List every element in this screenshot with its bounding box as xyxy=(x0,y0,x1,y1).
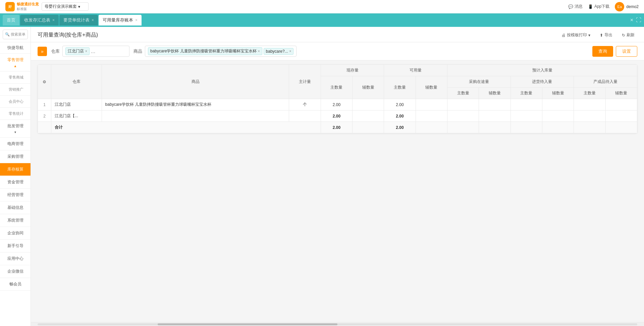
product-tag-2: babycare?... × xyxy=(264,48,294,55)
top-bar-right: 💬 消息 📱 App下载 Ea demo2 xyxy=(568,2,639,11)
refresh-icon: ↻ xyxy=(622,33,625,38)
page-title: 可用量查询(按仓库+商品) xyxy=(38,32,98,39)
sidebar-item-ecommerce[interactable]: 电商管理 xyxy=(0,138,31,150)
warehouse-filter-input[interactable]: 江北门店 × ... xyxy=(62,46,129,57)
row-warehouse-1: 江北门店 xyxy=(51,99,102,110)
tab-close-receive-send[interactable]: × xyxy=(52,18,55,22)
retail-shop-label: 零售商城 xyxy=(9,75,23,80)
row-transit-aux-1 xyxy=(479,99,511,110)
th-transit-main: 主数量 xyxy=(447,88,479,99)
th-settings[interactable]: ⚙ xyxy=(38,65,51,99)
sidebar-item-finance[interactable]: 资金管理 xyxy=(0,176,31,189)
tab-receive-send[interactable]: 收发存汇总表 × xyxy=(20,15,59,26)
row-arriving-main-1 xyxy=(511,99,542,110)
tab-close-available-stock[interactable]: × xyxy=(135,18,138,22)
logo-area: 好 畅捷通好生意 标准版 xyxy=(5,2,39,11)
refresh-button[interactable]: ↻ 刷新 xyxy=(619,31,637,39)
warehouse-more-button[interactable]: ... xyxy=(91,48,95,54)
chevron-down-icon: ▾ xyxy=(78,4,80,9)
sidebar-item-retail-shop[interactable]: 零售商城 xyxy=(0,72,31,84)
th-current-aux-qty: 辅数量 xyxy=(353,76,384,99)
sidebar-item-enterprise[interactable]: 企业协同 xyxy=(0,227,31,240)
tab-bar: 首页 收发存汇总表 × 要货单统计表 × 可用量库存账本 × × ⛶ xyxy=(0,13,644,27)
fullscreen-button[interactable]: ⛶ xyxy=(636,17,641,23)
page-header: 可用量查询(按仓库+商品) 🖨 按模板打印 ▾ ⬆ 导出 ↻ 刷新 xyxy=(31,27,644,42)
sidebar-search-area: 🔍 搜索菜单 xyxy=(0,27,31,42)
sidebar-item-business[interactable]: 经营管理 xyxy=(0,189,31,201)
message-icon: 💬 xyxy=(568,4,573,9)
th-avail-main-qty: 主数量 xyxy=(384,76,416,99)
row-num-1: 1 xyxy=(38,99,51,110)
tab-requisition[interactable]: 要货单统计表 × xyxy=(59,15,98,26)
tab-bar-actions: × ⛶ xyxy=(630,17,641,23)
sidebar-item-quick-nav[interactable]: 快捷导航 xyxy=(0,42,31,54)
th-current-main-qty: 主数量 xyxy=(321,76,352,99)
sidebar-item-wholesale[interactable]: 批发管理 ▾ xyxy=(0,120,31,138)
app-download-button[interactable]: 📱 App下载 xyxy=(588,4,609,9)
bottom-scroll[interactable] xyxy=(31,322,644,326)
sidebar-item-retail[interactable]: 零售管理 ▲ xyxy=(0,54,31,72)
purchase-label: 采购管理 xyxy=(7,154,23,159)
user-area[interactable]: Ea demo2 xyxy=(615,2,639,11)
user-avatar: Ea xyxy=(615,2,624,11)
business-label: 经营管理 xyxy=(7,192,23,198)
export-button[interactable]: ⬆ 导出 xyxy=(597,31,615,39)
tab-available-stock[interactable]: 可用量库存账本 × xyxy=(99,15,142,26)
data-table: ⚙ 仓库 商品 主计量 现存量 可用量 预计入库量 主数量 辅数量 主数量 辅数… xyxy=(38,64,637,133)
sidebar-item-newbie[interactable]: 新手引导 xyxy=(0,240,31,252)
close-all-tabs-button[interactable]: × xyxy=(630,17,633,23)
sidebar-item-wechat[interactable]: 企业微信 xyxy=(0,265,31,278)
print-icon: 🖨 xyxy=(561,33,566,38)
warehouse-tag-close[interactable]: × xyxy=(85,49,87,53)
filter-bar: » 仓库 江北门店 × ... 商品 babycare学饮杯 儿童防摔防撞吸管杯… xyxy=(31,42,644,60)
row-arriving-aux-2 xyxy=(542,110,574,122)
product-tag-2-close[interactable]: × xyxy=(289,49,291,53)
app-icon: 📱 xyxy=(588,4,593,9)
query-button[interactable]: 查询 xyxy=(592,46,613,57)
settings-button[interactable]: 设置 xyxy=(616,46,637,57)
chevron-down-icon: ▾ xyxy=(14,130,16,134)
th-avail-aux-qty: 辅数量 xyxy=(416,76,447,99)
table-row: 1 江北门店 babycare学饮杯 儿童防摔防撞吸管杯重力球吸嘴杯宝宝水杯 个… xyxy=(38,99,637,110)
wholesale-label: 批发管理 xyxy=(7,123,23,129)
total-transit-main xyxy=(447,122,479,133)
top-bar-left: 好 畅捷通好生意 标准版 母婴行业演示账套 ▾ xyxy=(5,2,89,11)
gear-icon: ⚙ xyxy=(43,80,46,84)
table-area: ⚙ 仓库 商品 主计量 现存量 可用量 预计入库量 主数量 辅数量 主数量 辅数… xyxy=(31,60,644,322)
sidebar-item-member2[interactable]: 畅会员 xyxy=(0,278,31,291)
print-button[interactable]: 🖨 按模板打印 ▾ xyxy=(559,31,593,39)
row-num-2: 2 xyxy=(38,110,51,122)
sidebar-item-app-center[interactable]: 应用中心 xyxy=(0,252,31,265)
tab-home[interactable]: 首页 xyxy=(3,15,19,26)
row-prod-main-2 xyxy=(574,110,605,122)
refresh-label: 刷新 xyxy=(627,32,635,38)
product-tag-1-close[interactable]: × xyxy=(258,49,260,53)
product-filter-input[interactable]: babycare学饮杯 儿童防摔防撞吸管杯重力球吸嘴杯宝宝水杯 × babyca… xyxy=(145,46,297,57)
sidebar-item-marketing[interactable]: 营销推广 xyxy=(0,84,31,96)
sidebar-item-member[interactable]: 会员中心 xyxy=(0,96,31,108)
th-main-unit: 主计量 xyxy=(289,65,321,99)
row-unit-2 xyxy=(289,110,321,122)
row-prod-main-1 xyxy=(574,99,605,110)
th-production-aux: 辅数量 xyxy=(605,88,637,99)
message-button[interactable]: 💬 消息 xyxy=(568,4,583,9)
sidebar-item-retail-stats[interactable]: 零售统计 xyxy=(0,108,31,120)
total-avail-main: 2.00 xyxy=(384,122,416,133)
user-name: demo2 xyxy=(626,4,639,9)
search-menu-button[interactable]: 🔍 搜索菜单 xyxy=(3,30,28,39)
home-tab-label: 首页 xyxy=(7,17,15,23)
sidebar-item-purchase[interactable]: 采购管理 xyxy=(0,150,31,163)
th-purchase-transit: 采购在途量 xyxy=(447,76,511,88)
tab-close-requisition[interactable]: × xyxy=(92,18,94,22)
sidebar: 🔍 搜索菜单 快捷导航 零售管理 ▲ 零售商城 营销推广 会员中心 零售统计 批… xyxy=(0,27,31,326)
row-prod-aux-2 xyxy=(605,110,637,122)
sidebar-item-inventory[interactable]: 库存核算 xyxy=(0,163,31,176)
system-label: 系统管理 xyxy=(7,218,23,223)
total-prod-main xyxy=(574,122,605,133)
filter-toggle-button[interactable]: » xyxy=(38,47,47,56)
product-tag-2-value: babycare?... xyxy=(266,49,288,54)
sidebar-item-system[interactable]: 系统管理 xyxy=(0,214,31,227)
toggle-icon: » xyxy=(41,49,44,54)
sidebar-item-basic[interactable]: 基础信息 xyxy=(0,201,31,214)
industry-selector[interactable]: 母婴行业演示账套 ▾ xyxy=(42,2,89,11)
